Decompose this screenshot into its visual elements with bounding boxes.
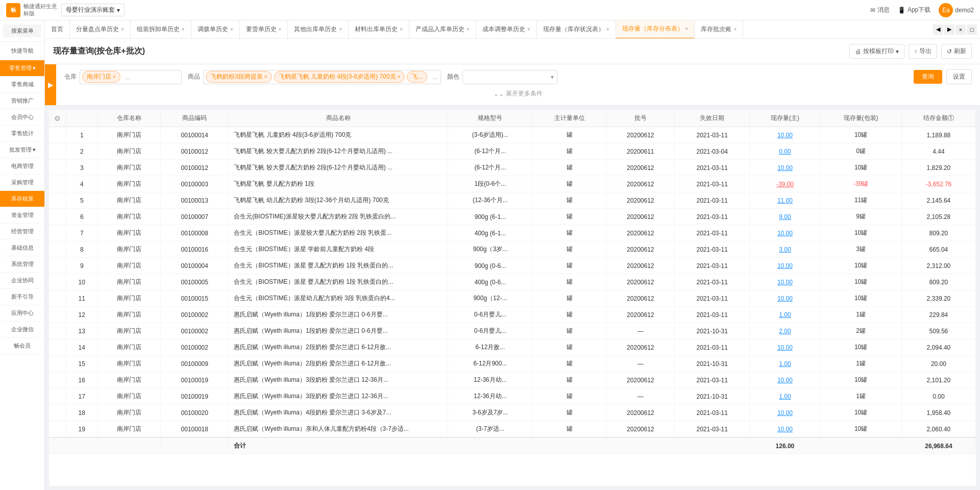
sidebar-item-retail-mgmt[interactable]: 零售管理 ▾ xyxy=(0,60,44,77)
cell-stock-main-1[interactable]: 0.00 xyxy=(750,143,820,160)
stock-main-value-11[interactable]: 1.00 xyxy=(779,311,791,318)
tab-inventory-status[interactable]: 现存量（库存状况表） × xyxy=(537,20,616,39)
stock-main-value-13[interactable]: 10.00 xyxy=(777,344,793,351)
tab-mix-close-icon[interactable]: × xyxy=(230,27,233,32)
cell-stock-main-7[interactable]: 3.00 xyxy=(750,241,820,258)
sidebar-item-inventory[interactable]: 库存核算 xyxy=(0,191,44,207)
stock-main-value-10[interactable]: 10.00 xyxy=(777,295,793,302)
tab-maximize-btn[interactable]: □ xyxy=(967,24,977,35)
tab-nav-left-btn[interactable]: ◀ xyxy=(933,24,943,35)
tab-batch-voucher[interactable]: 库存批次账 × xyxy=(695,20,743,39)
tab-borrow-history[interactable]: 要货单历史 × xyxy=(240,20,288,39)
filter-toggle-btn[interactable]: ▶ xyxy=(45,64,56,105)
sidebar-item-system-mgmt[interactable]: 系统管理 xyxy=(0,256,44,273)
tab-cost-adjust-close-icon[interactable]: × xyxy=(527,27,530,32)
sidebar-item-enterprise[interactable]: 企业协同 xyxy=(0,273,44,289)
sidebar-item-operations[interactable]: 经营管理 xyxy=(0,224,44,240)
stock-main-value-9[interactable]: 10.00 xyxy=(777,279,793,286)
cell-stock-main-14[interactable]: 1.00 xyxy=(750,356,820,372)
tab-batch-voucher-close-icon[interactable]: × xyxy=(733,27,737,32)
tab-other-out-close-icon[interactable]: × xyxy=(339,27,342,32)
cell-stock-main-8[interactable]: 10.00 xyxy=(750,258,820,274)
message-btn[interactable]: ✉ 消息 xyxy=(870,6,890,14)
color-input-area[interactable]: ▾ xyxy=(462,70,557,84)
cell-stock-main-18[interactable]: 10.00 xyxy=(750,421,820,438)
expand-more-conditions-btn[interactable]: ⌄⌄ 展开更多条件 xyxy=(494,87,543,100)
stock-main-value-12[interactable]: 2.00 xyxy=(779,328,791,335)
tab-other-out-history[interactable]: 其他出库单历史 × xyxy=(288,20,349,39)
stock-main-value-18[interactable]: 10.00 xyxy=(777,426,793,433)
stock-main-value-4[interactable]: 11.00 xyxy=(777,197,793,204)
tab-inventory-distribution[interactable]: 现存量（库存分布表） × xyxy=(616,20,695,39)
export-btn[interactable]: ↑ 导出 xyxy=(909,44,937,59)
tab-borrow-close-icon[interactable]: × xyxy=(279,27,282,32)
sidebar-item-purchase-mgmt[interactable]: 采购管理 xyxy=(0,175,44,191)
sidebar-item-enterprise-wechat[interactable]: 企业微信 xyxy=(0,322,44,338)
tab-split-close-icon[interactable]: × xyxy=(121,27,124,32)
color-dropdown-icon[interactable]: ▾ xyxy=(548,74,557,81)
sidebar-item-basic-info[interactable]: 基础信息 xyxy=(0,240,44,256)
sidebar-item-retail-shop[interactable]: 零售商城 xyxy=(0,77,44,93)
sidebar-item-app-center[interactable]: 应用中心 xyxy=(0,305,44,322)
sidebar-item-retail-stats[interactable]: 零售统计 xyxy=(0,126,44,142)
cell-stock-main-12[interactable]: 2.00 xyxy=(750,323,820,339)
stock-main-value-3[interactable]: -39.00 xyxy=(776,181,794,188)
tab-mix-history[interactable]: 调拨单历史 × xyxy=(191,20,240,39)
refresh-btn[interactable]: ↺ 刷新 xyxy=(941,44,972,59)
tab-split-inventory-history[interactable]: 分量盘点单历史 × xyxy=(70,20,131,39)
stock-main-value-0[interactable]: 10.00 xyxy=(777,132,793,139)
quick-nav-btn[interactable]: 快捷导航 xyxy=(0,44,44,58)
sidebar-item-new-guide[interactable]: 新手引导 xyxy=(0,289,44,305)
tab-nav-right-btn[interactable]: ▶ xyxy=(944,24,954,35)
cell-stock-main-17[interactable]: 10.00 xyxy=(750,405,820,421)
user-avatar-btn[interactable]: Ea demo2 xyxy=(939,3,974,17)
stock-main-value-17[interactable]: 10.00 xyxy=(777,409,793,416)
warehouse-tag-1-remove[interactable]: × xyxy=(113,74,116,80)
cell-stock-main-5[interactable]: 9.00 xyxy=(750,209,820,225)
stock-main-value-5[interactable]: 9.00 xyxy=(779,213,791,220)
product-input-area[interactable]: 飞鹤奶粉3段两提装 × 飞鹤星飞帆 儿童奶粉 4段(3-6岁适用) 700克 ×… xyxy=(203,70,441,84)
stock-main-value-15[interactable]: 10.00 xyxy=(777,377,793,384)
stock-main-value-16[interactable]: 1.00 xyxy=(779,393,791,400)
cell-stock-main-2[interactable]: 10.00 xyxy=(750,160,820,176)
sidebar-item-wholesale-mgmt[interactable]: 批发管理 ▾ xyxy=(0,142,44,158)
stock-main-value-1[interactable]: 0.00 xyxy=(779,148,791,155)
cell-stock-main-13[interactable]: 10.00 xyxy=(750,339,820,356)
search-menu-btn[interactable]: 搜索菜单 xyxy=(3,24,41,37)
cell-stock-main-6[interactable]: 10.00 xyxy=(750,225,820,241)
app-download-btn[interactable]: 📱 App下载 xyxy=(898,6,930,14)
cell-stock-main-15[interactable]: 10.00 xyxy=(750,372,820,388)
tab-inventory-status-close-icon[interactable]: × xyxy=(606,27,609,32)
warehouse-input-area[interactable]: 南岸门店 × ... xyxy=(80,70,182,84)
stock-main-value-6[interactable]: 10.00 xyxy=(777,230,793,237)
tab-disassemble-history[interactable]: 组装拆卸单历史 × xyxy=(131,20,191,39)
product-filter-dots[interactable]: ... xyxy=(429,74,440,81)
sidebar-item-finance[interactable]: 资金管理 xyxy=(0,207,44,224)
cell-stock-main-16[interactable]: 1.00 xyxy=(750,388,820,405)
stock-main-value-7[interactable]: 3.00 xyxy=(779,246,791,253)
cell-stock-main-9[interactable]: 10.00 xyxy=(750,274,820,290)
stock-main-value-8[interactable]: 10.00 xyxy=(777,262,793,270)
cell-stock-main-11[interactable]: 1.00 xyxy=(750,307,820,323)
query-btn[interactable]: 查询 xyxy=(914,70,942,84)
tab-inventory-distribution-close-icon[interactable]: × xyxy=(685,26,689,32)
tab-disassemble-close-icon[interactable]: × xyxy=(182,27,185,32)
tab-product-in-close-icon[interactable]: × xyxy=(467,27,470,32)
cell-stock-main-10[interactable]: 10.00 xyxy=(750,290,820,307)
tab-cost-adjust-history[interactable]: 成本调整单历史 × xyxy=(476,20,537,39)
tab-material-out-history[interactable]: 材料出库单历史 × xyxy=(349,20,409,39)
sidebar-item-vip[interactable]: 畅会员 xyxy=(0,338,44,354)
settings-btn[interactable]: 设置 xyxy=(946,69,972,84)
table-settings-icon[interactable]: ⚙ xyxy=(54,114,61,122)
cell-stock-main-0[interactable]: 10.00 xyxy=(750,127,820,143)
stock-main-value-2[interactable]: 10.00 xyxy=(777,164,793,172)
print-btn[interactable]: 🖨 按模板打印 ▾ xyxy=(849,44,904,59)
tab-home[interactable]: 首页 xyxy=(45,20,70,39)
tab-close-all-btn[interactable]: × xyxy=(955,24,966,35)
cell-stock-main-3[interactable]: -39.00 xyxy=(750,176,820,192)
sidebar-item-marketing[interactable]: 营销推广 xyxy=(0,93,44,109)
sidebar-item-member-center[interactable]: 会员中心 xyxy=(0,109,44,126)
sidebar-item-ecommerce[interactable]: 电商管理 xyxy=(0,158,44,175)
cell-stock-main-4[interactable]: 11.00 xyxy=(750,192,820,209)
tab-material-out-close-icon[interactable]: × xyxy=(400,27,403,32)
